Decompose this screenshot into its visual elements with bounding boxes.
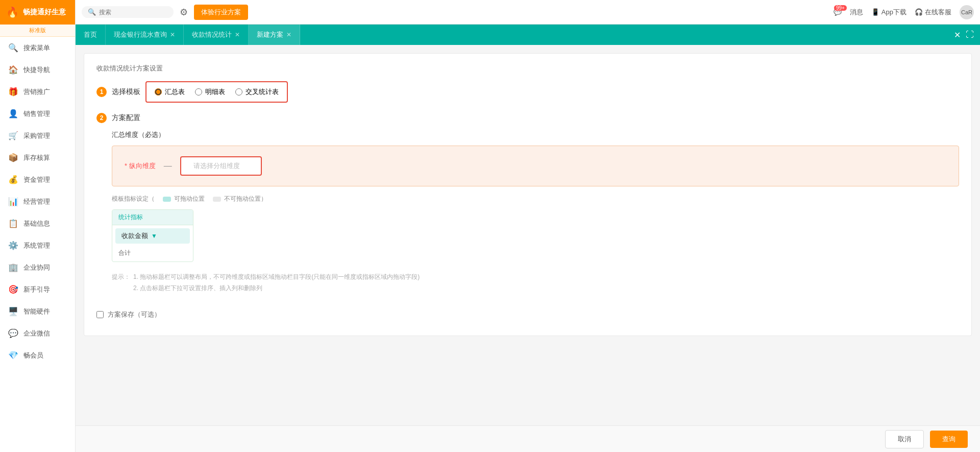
sidebar-item-wechat[interactable]: 💬 企业微信 — [0, 322, 75, 344]
search-input[interactable] — [99, 9, 160, 16]
sidebar-item-quick-nav[interactable]: 🏠 快捷导航 — [0, 59, 75, 81]
step2-section: 2 方案配置 汇总维度（必选） * 纵向维度 — 请选择分组维度 — [96, 113, 959, 294]
enterprise-icon: 🏢 — [8, 263, 18, 272]
hardware-icon: 🖥️ — [8, 306, 18, 316]
indicator-label: 模板指标设定（ — [112, 195, 155, 203]
sidebar-item-marketing[interactable]: 🎁 营销推广 — [0, 81, 75, 103]
row-label: * 纵向维度 — [125, 161, 156, 171]
service-icon: 🎧 — [915, 8, 923, 16]
cancel-button[interactable]: 取消 — [885, 430, 924, 448]
marketing-icon: 🎁 — [8, 87, 18, 97]
topbar-search-box[interactable]: 🔍 — [82, 6, 174, 18]
sidebar-item-hardware[interactable]: 🖥️ 智能硬件 — [0, 300, 75, 322]
sidebar-item-enterprise[interactable]: 🏢 企业协同 — [0, 256, 75, 278]
radio-cross[interactable]: 交叉统计表 — [235, 87, 279, 97]
system-icon: ⚙️ — [8, 241, 18, 250]
sidebar: 🔥 畅捷通好生意 标准版 🔍 搜索菜单 🏠 快捷导航 🎁 营销推广 👤 销售管理… — [0, 0, 76, 452]
logo-icon: 🔥 — [6, 6, 19, 18]
radio-detail-input[interactable] — [195, 88, 202, 96]
indicator-table-header: 统计指标 — [112, 210, 193, 225]
dimension-area: * 纵向维度 — 请选择分组维度 — [112, 146, 959, 186]
tab-new-plan-close[interactable]: ✕ — [286, 31, 291, 38]
radio-cross-input[interactable] — [235, 88, 242, 96]
sidebar-item-guide[interactable]: 🎯 新手引导 — [0, 278, 75, 300]
sidebar-item-search-menu[interactable]: 🔍 搜索菜单 — [0, 37, 75, 59]
fixed-legend-item: 不可拖动位置） — [213, 195, 267, 203]
quick-nav-icon: 🏠 — [8, 65, 18, 75]
step2-header: 2 方案配置 — [96, 113, 959, 123]
step1-num: 1 — [96, 87, 107, 97]
tip-line-2: 提示： 2. 点击标题栏下拉可设置排序、插入列和删除列 — [112, 283, 959, 294]
sidebar-item-purchase[interactable]: 🛒 采购管理 — [0, 125, 75, 147]
basic-info-icon: 📋 — [8, 219, 18, 228]
save-checkbox[interactable] — [96, 311, 104, 318]
step1-label: 选择模板 — [112, 87, 140, 97]
tab-receipt-stats-close[interactable]: ✕ — [235, 31, 240, 38]
sidebar-item-sales[interactable]: 👤 销售管理 — [0, 103, 75, 125]
tab-bank-flow-close[interactable]: ✕ — [170, 31, 175, 38]
message-badge[interactable]: 💬 99+ — [834, 8, 842, 16]
message-label: 消息 — [850, 8, 863, 17]
tab-receipt-stats[interactable]: 收款情况统计 ✕ — [184, 25, 249, 45]
sidebar-item-system[interactable]: ⚙️ 系统管理 — [0, 234, 75, 256]
step2-num: 2 — [96, 113, 107, 123]
page-title: 收款情况统计方案设置 — [96, 64, 959, 73]
logo-text: 畅捷通好生意 — [23, 8, 66, 17]
tab-expand-icon[interactable]: ⛶ — [966, 30, 974, 39]
sidebar-item-finance[interactable]: 💰 资金管理 — [0, 169, 75, 191]
member-icon: 💎 — [8, 350, 18, 360]
main-content: 收款情况统计方案设置 1 选择模板 汇总表 明细表 交 — [76, 45, 980, 452]
topbar: 🔍 ⚙ 体验行业方案 💬 99+ 消息 📱 App下载 🎧 在线客服 CaR — [76, 0, 980, 25]
finance-icon: 💰 — [8, 175, 18, 184]
tabbar: 首页 现金银行流水查询 ✕ 收款情况统计 ✕ 新建方案 ✕ ✕ ⛶ — [76, 25, 980, 45]
sidebar-item-operations[interactable]: 📊 经营管理 — [0, 191, 75, 212]
sidebar-logo: 🔥 畅捷通好生意 — [0, 0, 75, 25]
operations-icon: 📊 — [8, 197, 18, 206]
radio-summary-input[interactable] — [155, 88, 162, 96]
footer-bar: 取消 查询 — [76, 425, 980, 452]
radio-summary[interactable]: 汇总表 — [155, 87, 185, 97]
search-icon: 🔍 — [88, 8, 96, 16]
app-download[interactable]: 📱 App下载 — [871, 8, 906, 17]
step1-section: 1 选择模板 汇总表 明细表 交叉统计表 — [96, 81, 959, 103]
fixed-legend-dot — [213, 197, 221, 202]
radio-detail[interactable]: 明细表 — [195, 87, 225, 97]
indicator-chip-amount[interactable]: 收款金额 ▼ — [115, 228, 190, 244]
movable-legend-dot — [163, 197, 171, 202]
indicator-subtotal: 合计 — [112, 247, 193, 261]
step2-label: 方案配置 — [112, 113, 140, 123]
dimension-label: 汇总维度（必选） — [112, 130, 959, 139]
config-card: 收款情况统计方案设置 1 选择模板 汇总表 明细表 交 — [84, 53, 972, 336]
purchase-icon: 🛒 — [8, 131, 18, 140]
tab-close-all-icon[interactable]: ✕ — [954, 30, 961, 40]
sidebar-item-member[interactable]: 💎 畅会员 — [0, 344, 75, 366]
tabbar-actions: ✕ ⛶ — [948, 25, 980, 45]
search-menu-icon: 🔍 — [8, 43, 18, 53]
chip-dropdown-icon[interactable]: ▼ — [151, 232, 157, 240]
tips-section: 提示： 1. 拖动标题栏可以调整布局，不可跨维度或指标区域拖动栏目字段(只能在同… — [112, 272, 959, 294]
arrow-icon: — — [164, 161, 172, 171]
dimension-select[interactable]: 请选择分组维度 — [180, 156, 262, 176]
trial-btn[interactable]: 体验行业方案 — [194, 5, 248, 20]
indicator-legend: 模板指标设定（ 可拖动位置 不可拖动位置） — [112, 195, 959, 203]
sidebar-item-basic-info[interactable]: 📋 基础信息 — [0, 212, 75, 234]
topbar-right: 💬 99+ 消息 📱 App下载 🎧 在线客服 CaR — [834, 5, 974, 19]
avatar[interactable]: CaR — [960, 5, 974, 19]
wechat-icon: 💬 — [8, 328, 18, 338]
save-label: 方案保存（可选） — [108, 310, 161, 319]
inventory-icon: 📦 — [8, 153, 18, 162]
tab-new-plan[interactable]: 新建方案 ✕ — [249, 25, 300, 45]
indicator-table: 统计指标 收款金额 ▼ 合计 — [112, 209, 193, 262]
tab-bank-flow[interactable]: 现金银行流水查询 ✕ — [106, 25, 184, 45]
settings-icon[interactable]: ⚙ — [180, 7, 188, 18]
version-tag: 标准版 — [0, 25, 75, 37]
tab-home[interactable]: 首页 — [76, 25, 106, 45]
sidebar-item-inventory[interactable]: 📦 库存核算 — [0, 147, 75, 169]
template-selector: 汇总表 明细表 交叉统计表 — [145, 81, 288, 103]
download-icon: 📱 — [871, 8, 879, 16]
query-button[interactable]: 查询 — [930, 431, 968, 448]
online-service[interactable]: 🎧 在线客服 — [915, 8, 951, 17]
step1-header: 1 选择模板 汇总表 明细表 交叉统计表 — [96, 81, 959, 103]
tip-prefix-1: 提示： — [112, 272, 130, 283]
guide-icon: 🎯 — [8, 284, 18, 294]
